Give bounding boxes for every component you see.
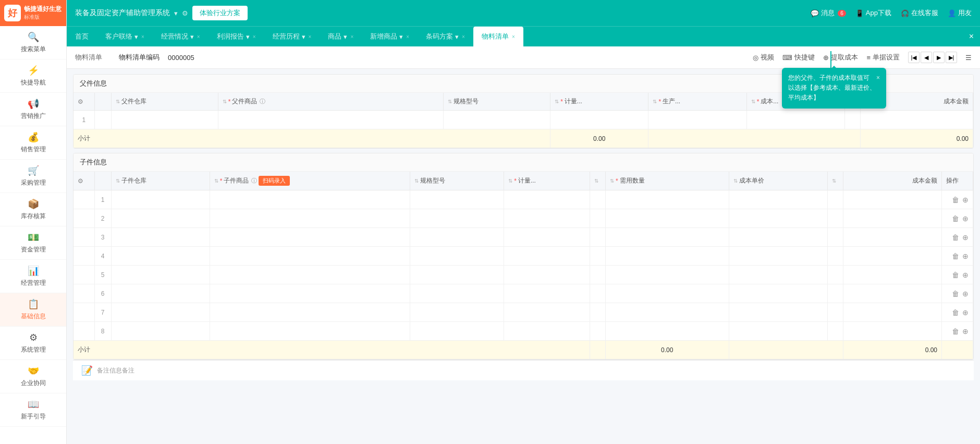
tab-history-close[interactable]: ×: [309, 34, 312, 40]
child-row-7-delete-icon[interactable]: 🗑: [952, 308, 959, 317]
tab-goods-close[interactable]: ×: [350, 34, 353, 40]
child-row-8-delete-icon[interactable]: 🗑: [952, 327, 959, 335]
child-row-4-delete-icon[interactable]: 🗑: [952, 252, 959, 260]
child-row-2-spec[interactable]: [410, 209, 504, 228]
tab-customer[interactable]: 客户联络 ▾ ×: [97, 27, 153, 46]
tooltip-close-btn[interactable]: ×: [876, 73, 880, 83]
child-row-8-product[interactable]: [210, 322, 410, 341]
sidebar-item-4[interactable]: 🛒采购管理: [0, 160, 66, 193]
sidebar-item-7[interactable]: 📊经营管理: [0, 260, 66, 293]
sidebar-item-8[interactable]: 📋基础信息: [0, 293, 66, 327]
child-row-5-unit[interactable]: [504, 266, 590, 284]
child-row-8-spec[interactable]: [410, 322, 504, 341]
child-row-6-copy-icon[interactable]: ⊕: [962, 290, 969, 298]
page-next-btn[interactable]: ▶: [933, 52, 945, 63]
child-row-7-unit[interactable]: [504, 303, 590, 322]
child-row-3-unit-cost[interactable]: [729, 228, 827, 247]
trial-button[interactable]: 体验行业方案: [192, 6, 248, 20]
sidebar-item-1[interactable]: ⚡快捷导航: [0, 59, 66, 93]
child-row-2-unit[interactable]: [504, 209, 590, 228]
child-row-6-warehouse[interactable]: [111, 284, 210, 303]
doc-settings-action[interactable]: ≡ 单据设置: [866, 53, 900, 62]
child-row-7-spec[interactable]: [410, 303, 504, 322]
child-col-settings[interactable]: ⚙: [74, 172, 94, 190]
child-row-8-warehouse[interactable]: [111, 322, 210, 341]
parent-row-1-unit[interactable]: [550, 111, 648, 129]
child-row-2-copy-icon[interactable]: ⊕: [962, 214, 969, 223]
shortcut-action[interactable]: ⌨ 快捷键: [782, 53, 815, 62]
parent-row-1-warehouse[interactable]: [111, 111, 218, 129]
child-row-5-delete-icon[interactable]: 🗑: [952, 271, 959, 279]
child-row-6-delete-icon[interactable]: 🗑: [952, 290, 959, 298]
page-first-btn[interactable]: |◀: [908, 52, 920, 63]
sidebar-item-3[interactable]: 💰销售管理: [0, 126, 66, 160]
child-row-5-qty[interactable]: [606, 266, 729, 284]
child-row-3-product[interactable]: [210, 228, 410, 247]
child-row-5-spec[interactable]: [410, 266, 504, 284]
child-row-2-unit-cost[interactable]: [729, 209, 827, 228]
child-row-8-copy-icon[interactable]: ⊕: [962, 327, 969, 335]
child-row-2-warehouse[interactable]: [111, 209, 210, 228]
child-row-6-qty[interactable]: [606, 284, 729, 303]
child-row-3-unit[interactable]: [504, 228, 590, 247]
tab-barcode-close[interactable]: ×: [462, 34, 465, 40]
scan-button[interactable]: 扫码录入: [259, 176, 290, 186]
parent-row-1-spec[interactable]: [443, 111, 550, 129]
tab-profit[interactable]: 利润报告 ▾ ×: [209, 27, 264, 46]
breadcrumb-bom-list[interactable]: 物料清单: [75, 53, 102, 62]
parent-row-1-product[interactable]: [218, 111, 443, 129]
child-row-7-warehouse[interactable]: [111, 303, 210, 322]
child-row-8-unit[interactable]: [504, 322, 590, 341]
child-row-1-warehouse[interactable]: [111, 190, 210, 209]
child-row-4-qty[interactable]: [606, 247, 729, 266]
tab-new-goods-close[interactable]: ×: [406, 34, 409, 40]
child-row-2-product[interactable]: [210, 209, 410, 228]
child-row-3-spec[interactable]: [410, 228, 504, 247]
sidebar-item-5[interactable]: 📦库存核算: [0, 193, 66, 226]
child-row-1-copy-icon[interactable]: ⊕: [962, 196, 969, 204]
tab-operations-close[interactable]: ×: [197, 34, 200, 40]
child-row-5-warehouse[interactable]: [111, 266, 210, 284]
child-row-6-spec[interactable]: [410, 284, 504, 303]
child-row-5-copy-icon[interactable]: ⊕: [962, 271, 969, 279]
app-download-action[interactable]: 📱 App下载: [855, 8, 891, 18]
sidebar-item-10[interactable]: 🤝企业协同: [0, 360, 66, 393]
parent-col-settings[interactable]: ⚙: [74, 93, 94, 111]
child-row-4-unit-cost[interactable]: [729, 247, 827, 266]
child-row-3-warehouse[interactable]: [111, 228, 210, 247]
tab-history[interactable]: 经营历程 ▾ ×: [264, 27, 320, 46]
tab-bom-close[interactable]: ×: [512, 34, 515, 40]
tab-barcode[interactable]: 条码方案 ▾ ×: [418, 27, 473, 46]
child-row-7-qty[interactable]: [606, 303, 729, 322]
parent-gear-icon[interactable]: ⚙: [78, 98, 83, 105]
video-action[interactable]: ◎ 视频: [753, 53, 774, 62]
page-last-btn[interactable]: ▶|: [946, 52, 957, 63]
child-row-4-copy-icon[interactable]: ⊕: [962, 252, 969, 260]
child-row-3-delete-icon[interactable]: 🗑: [952, 233, 959, 242]
close-all-tabs[interactable]: ×: [963, 27, 980, 46]
parent-row-1-produce[interactable]: [648, 111, 746, 129]
online-service-action[interactable]: 🎧 在线客服: [901, 8, 938, 18]
child-row-1-unit-cost[interactable]: [729, 190, 827, 209]
settings-icon[interactable]: ⚙: [182, 9, 188, 17]
child-row-3-copy-icon[interactable]: ⊕: [962, 233, 969, 242]
tab-profit-close[interactable]: ×: [253, 34, 256, 40]
parent-row-1-cost[interactable]: [746, 111, 844, 129]
user-action[interactable]: 👤 用友: [948, 8, 972, 18]
child-row-2-delete-icon[interactable]: 🗑: [952, 214, 959, 223]
sidebar-item-6[interactable]: 💵资金管理: [0, 226, 66, 260]
tab-new-goods[interactable]: 新增商品 ▾ ×: [362, 27, 418, 46]
child-row-7-product[interactable]: [210, 303, 410, 322]
child-row-2-qty[interactable]: [606, 209, 729, 228]
child-row-8-qty[interactable]: [606, 322, 729, 341]
child-row-5-product[interactable]: [210, 266, 410, 284]
child-row-8-unit-cost[interactable]: [729, 322, 827, 341]
child-row-4-spec[interactable]: [410, 247, 504, 266]
child-row-7-copy-icon[interactable]: ⊕: [962, 308, 969, 317]
child-row-6-unit-cost[interactable]: [729, 284, 827, 303]
child-row-4-product[interactable]: [210, 247, 410, 266]
child-row-4-unit[interactable]: [504, 247, 590, 266]
tab-operations[interactable]: 经营情况 ▾ ×: [153, 27, 209, 46]
child-row-1-unit[interactable]: [504, 190, 590, 209]
sidebar-item-2[interactable]: 📢营销推广: [0, 93, 66, 126]
